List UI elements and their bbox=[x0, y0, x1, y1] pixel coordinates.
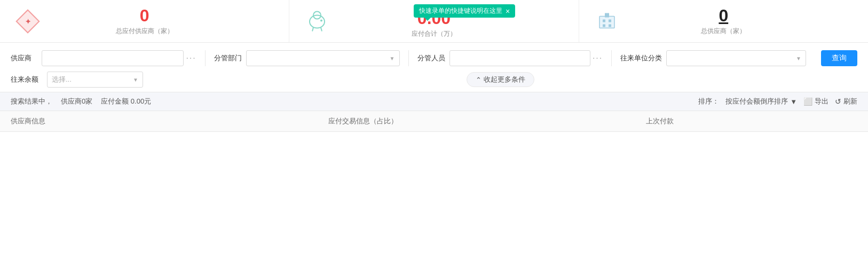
result-left: 搜索结果中， 供应商0家 应付金额 0.00元 bbox=[11, 97, 151, 106]
top-stats-bar: ✦ 0 总应付供应商（家） 快速录单的快捷键说明在这里 × 0.00 应 bbox=[0, 0, 868, 43]
department-label: 分管部门 bbox=[214, 53, 242, 63]
person-input[interactable] bbox=[449, 50, 590, 66]
col-header-payable: 应付交易信息（占比） bbox=[328, 116, 646, 126]
svg-rect-5 bbox=[599, 16, 614, 28]
svg-rect-9 bbox=[609, 24, 611, 27]
diamond-icon: ✦ bbox=[16, 10, 40, 33]
col-header-supplier: 供应商信息 bbox=[11, 116, 328, 126]
unit-category-field: 往来单位分类 ▼ bbox=[620, 50, 815, 66]
svg-point-4 bbox=[320, 19, 322, 21]
export-label: 导出 bbox=[815, 97, 828, 106]
result-right: 排序： 按应付会额倒序排序 ▼ ⬜ 导出 ↺ 刷新 bbox=[698, 97, 857, 106]
stat-label-payable-total: 应付合计（万） bbox=[412, 29, 456, 38]
stat-payable-total: 快速录单的快捷键说明在这里 × 0.00 应付合计（万） bbox=[289, 0, 579, 42]
tooltip-bubble: 快速录单的快捷键说明在这里 × bbox=[414, 4, 515, 18]
sort-option-text: 按应付会额倒序排序 bbox=[725, 97, 788, 106]
refresh-icon: ↺ bbox=[835, 97, 841, 106]
sort-label: 排序： bbox=[698, 97, 719, 106]
result-payable-amount: 应付金额 0.00元 bbox=[101, 97, 151, 106]
stat-label-total-suppliers: 总供应商（家） bbox=[701, 27, 746, 36]
export-button[interactable]: ⬜ 导出 bbox=[803, 97, 828, 106]
piggy-icon bbox=[305, 9, 329, 34]
supplier-input[interactable] bbox=[42, 50, 184, 66]
balance-select[interactable]: 选择... ▼ bbox=[47, 72, 143, 88]
department-chevron-icon: ▼ bbox=[390, 56, 395, 61]
svg-point-0 bbox=[310, 15, 325, 28]
result-bar: 搜索结果中， 供应商0家 应付金额 0.00元 排序： 按应付会额倒序排序 ▼ … bbox=[0, 92, 868, 111]
svg-rect-10 bbox=[605, 13, 609, 17]
supplier-dots-button[interactable]: ··· bbox=[186, 53, 196, 63]
balance-chevron-icon: ▼ bbox=[133, 77, 138, 83]
export-icon: ⬜ bbox=[803, 97, 812, 106]
balance-placeholder: 选择... bbox=[52, 75, 72, 84]
supplier-field: 供应商 ··· bbox=[11, 50, 206, 66]
tooltip-close-button[interactable]: × bbox=[506, 7, 510, 15]
person-dots-button[interactable]: ··· bbox=[593, 53, 603, 63]
collapse-button[interactable]: ⌃ 收起更多条件 bbox=[467, 72, 534, 87]
table-header: 供应商信息 应付交易信息（占比） 上次付款 bbox=[0, 111, 868, 132]
unit-category-chevron-icon: ▼ bbox=[796, 56, 801, 61]
collapse-chevron-icon: ⌃ bbox=[476, 76, 482, 84]
query-button[interactable]: 查询 bbox=[821, 50, 857, 66]
unit-category-select[interactable]: ▼ bbox=[666, 50, 806, 66]
result-supplier-count: 供应商0家 bbox=[61, 97, 92, 106]
stat-total-suppliers: 0 总供应商（家） bbox=[579, 0, 868, 42]
unit-category-label: 往来单位分类 bbox=[620, 53, 662, 63]
col-header-lastpay: 上次付款 bbox=[646, 116, 858, 126]
svg-rect-8 bbox=[603, 24, 605, 27]
search-bar: 供应商 ··· 分管部门 ▼ 分管人员 ··· 往来单位分类 ▼ bbox=[0, 43, 868, 92]
department-field: 分管部门 ▼ bbox=[214, 50, 409, 66]
table-body bbox=[0, 132, 868, 275]
supplier-label: 供应商 bbox=[11, 53, 37, 63]
person-field: 分管人员 ··· bbox=[417, 50, 612, 66]
balance-field: 往来余额 选择... ▼ bbox=[11, 72, 143, 88]
svg-line-2 bbox=[312, 27, 313, 31]
svg-rect-6 bbox=[603, 19, 605, 22]
search-row-1: 供应商 ··· 分管部门 ▼ 分管人员 ··· 往来单位分类 ▼ bbox=[11, 50, 857, 66]
stat-label-payable-suppliers: 总应付供应商（家） bbox=[116, 27, 173, 36]
department-select[interactable]: ▼ bbox=[246, 50, 400, 66]
tooltip-text: 快速录单的快捷键说明在这里 bbox=[419, 6, 502, 15]
svg-line-3 bbox=[321, 27, 322, 31]
building-icon bbox=[595, 9, 619, 34]
refresh-label: 刷新 bbox=[843, 97, 857, 106]
stat-number-total-suppliers: 0 bbox=[701, 6, 746, 25]
svg-rect-7 bbox=[609, 19, 611, 22]
person-label: 分管人员 bbox=[417, 53, 445, 63]
collapse-label: 收起更多条件 bbox=[484, 75, 525, 84]
balance-label: 往来余额 bbox=[11, 75, 38, 84]
table-area: 供应商信息 应付交易信息（占比） 上次付款 bbox=[0, 111, 868, 275]
refresh-button[interactable]: ↺ 刷新 bbox=[835, 97, 857, 106]
stat-total-payable-suppliers: ✦ 0 总应付供应商（家） bbox=[0, 0, 289, 42]
sort-select[interactable]: 按应付会额倒序排序 ▼ bbox=[725, 97, 797, 106]
search-row-2: 往来余额 选择... ▼ ⌃ 收起更多条件 bbox=[11, 72, 857, 88]
result-search-text: 搜索结果中， bbox=[11, 97, 52, 106]
stat-number-payable-suppliers: 0 bbox=[116, 6, 173, 25]
sort-chevron-icon: ▼ bbox=[790, 98, 797, 106]
